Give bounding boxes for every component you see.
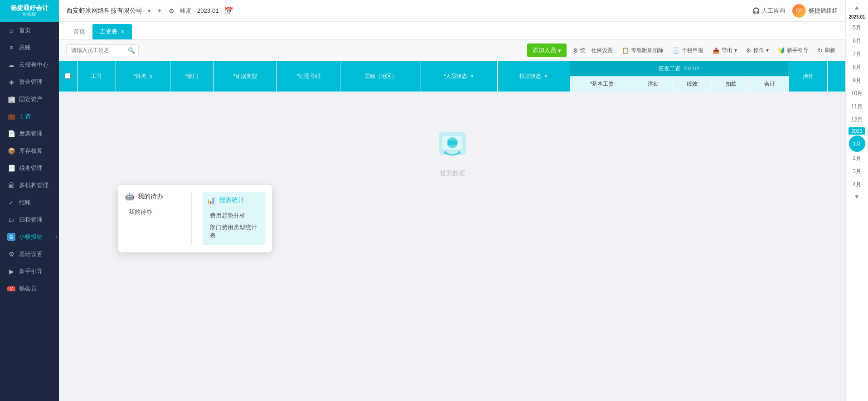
month-8[interactable]: 8月 [848,61,866,74]
right-sidebar-header: 2023.01 [849,13,865,21]
my-todo-item[interactable]: 我的待办 [125,206,180,218]
basic-icon: ⚙ [7,251,15,258]
sidebar-item-inventory[interactable]: 📦 库存核算 [0,142,59,159]
sidebar-item-label: 结账 [19,198,31,207]
sidebar-item-label: 首页 [19,26,31,34]
todo-section-icon: 🤖 [125,192,134,201]
sidebar-item-basic[interactable]: ⚙ 基础设置 [0,246,59,263]
popup-divider [191,192,192,245]
sidebar-item-label: 新手引导 [19,267,43,275]
sidebar-item-label: 税务管理 [19,164,43,172]
settle-icon: ✓ [7,199,15,206]
company-name: 西安虾米网络科技有限公司 [66,7,142,15]
popup-menu: 🤖 我的待办 我的待办 📊 报表统计 [118,185,272,252]
months-down-arrow[interactable]: ▼ [852,191,862,202]
tab-bar: 首页 工资表 ✕ [59,22,845,40]
tab-salary[interactable]: 工资表 ✕ [92,24,132,39]
sidebar-item-fund[interactable]: ◈ 资金管理 [0,73,59,91]
guide-icon: ▶ [7,268,15,275]
tab-home[interactable]: 首页 [66,24,92,39]
fund-icon: ◈ [7,78,15,86]
ledger-icon: ≡ [7,44,15,51]
month-5[interactable]: 5月 [848,21,866,34]
xiaochang-icon: G [7,233,15,241]
sidebar-item-ledger[interactable]: ≡ 总账 [0,39,59,56]
sidebar-item-label: 云报表中心 [19,61,48,69]
popup-section-title-left: 我的待办 [138,193,163,201]
dept-cost-item[interactable]: 部门费用类型统计表 [206,222,262,242]
company-dropdown-icon[interactable]: ▾ [148,8,150,14]
add-company-icon[interactable]: ＋ [156,6,163,15]
period-label: 账期 [180,7,192,15]
sidebar-item-label: 固定资产 [19,95,43,103]
calendar-icon[interactable]: 📅 [224,6,233,15]
multi-org-icon: 🏛 [7,182,15,189]
month-1-active[interactable]: 1月 [849,135,865,152]
current-year-badge: 2023 [849,127,865,135]
inventory-icon: 📦 [7,147,15,155]
sidebar-item-label: 基础设置 [19,250,43,258]
sidebar-item-label: 库存核算 [19,147,43,155]
sidebar-item-tax[interactable]: 🧾 税务管理 [0,159,59,177]
sidebar-item-label: 多机构管理 [19,181,48,189]
sidebar-item-fixed-asset[interactable]: 🏢 固定资产 [0,91,59,108]
month-3[interactable]: 3月 [848,165,866,178]
avatar: CE [792,4,806,18]
month-6[interactable]: 6月 [848,34,866,48]
user-info[interactable]: CE 畅捷通组组 [792,4,838,18]
right-sidebar: ▲ 2023.01 5月 6月 7月 8月 9月 10月 11月 12月 202… [845,0,868,401]
popup-section-header-left: 🤖 我的待办 [125,192,180,203]
app-name: 畅捷通好会计 [10,4,48,12]
cost-trend-item[interactable]: 费用趋势分析 [206,210,262,222]
month-10[interactable]: 10月 [848,87,866,100]
sidebar-item-home[interactable]: ⌂ 首页 [0,22,59,39]
month-11[interactable]: 11月 [848,100,866,113]
support-button[interactable]: 🎧 人工咨询 [752,7,785,15]
month-2[interactable]: 2月 [848,152,866,165]
month-12[interactable]: 12月 [848,113,866,126]
popup-section-left: 🤖 我的待办 我的待办 [125,192,180,245]
popup-section-right: 📊 报表统计 费用趋势分析 部门费用类型统计表 [203,192,265,245]
sidebar-item-settle[interactable]: ✓ 结账 [0,194,59,211]
sidebar-item-label: 工资 [19,112,31,121]
month-7[interactable]: 7月 [848,48,866,61]
app-logo: 畅捷通好会计 旗舰版 [0,0,59,22]
sidebar-item-label: 归档管理 [19,216,43,224]
sidebar-item-guide[interactable]: ▶ 新手引导 [0,263,59,280]
home-icon: ⌂ [7,27,15,34]
sidebar-item-member[interactable]: V 畅会员 [0,280,59,297]
sidebar-item-label: 资金管理 [19,78,43,86]
tab-close-salary[interactable]: ✕ [120,29,125,35]
salary-icon: 💼 [7,113,15,120]
top-header: 西安虾米网络科技有限公司 ▾ ＋ ⚙ 账期 2023-01 📅 🎧 人工咨询 C… [59,0,845,22]
sidebar-item-multi-org[interactable]: 🏛 多机构管理 [0,177,59,194]
sidebar-item-label: 小畅报销 [19,233,43,241]
popup-overlay[interactable]: 🤖 我的待办 我的待办 📊 报表统计 [59,40,845,401]
sidebar-item-archive[interactable]: 🗂 归档管理 [0,211,59,228]
sidebar-item-label: 发票管理 [19,130,43,138]
sidebar-item-xiaochang[interactable]: G 小畅报销 ‹ [0,228,59,246]
popup-sections: 🤖 我的待办 我的待办 📊 报表统计 [125,192,265,245]
months-up-arrow[interactable]: ▲ [852,2,862,13]
popup-section-title-right: 报表统计 [219,196,244,204]
period-value: 2023-01 [197,7,219,14]
archive-icon: 🗂 [7,216,15,223]
sidebar-item-label: 畅会员 [19,285,37,293]
app-sub: 旗舰版 [23,11,36,18]
sidebar-item-label: 总账 [19,43,31,52]
sidebar-item-salary[interactable]: 💼 工资 [0,108,59,125]
content-area: 🔍 添加人员 ▾ ⚙ 统一社保设置 📋 专项附加扣除 🧾 个税申报 [59,40,845,401]
sidebar-item-cloud-report[interactable]: ☁ 云报表中心 [0,56,59,73]
main-area: 西安虾米网络科技有限公司 ▾ ＋ ⚙ 账期 2023-01 📅 🎧 人工咨询 C… [59,0,845,401]
asset-icon: 🏢 [7,96,15,103]
user-name: 畅捷通组组 [809,7,838,15]
cloud-icon: ☁ [7,61,15,68]
invoice-icon: 📄 [7,130,15,137]
month-4[interactable]: 4月 [848,178,866,191]
tax-icon: 🧾 [7,164,15,172]
popup-section-header-right: 📊 报表统计 [206,196,262,206]
sidebar: 畅捷通好会计 旗舰版 ⌂ 首页 ≡ 总账 ☁ 云报表中心 ◈ 资金管理 🏢 固定… [0,0,59,401]
settings-icon[interactable]: ⚙ [169,7,175,14]
sidebar-item-invoice[interactable]: 📄 发票管理 [0,125,59,142]
month-9[interactable]: 9月 [848,74,866,87]
